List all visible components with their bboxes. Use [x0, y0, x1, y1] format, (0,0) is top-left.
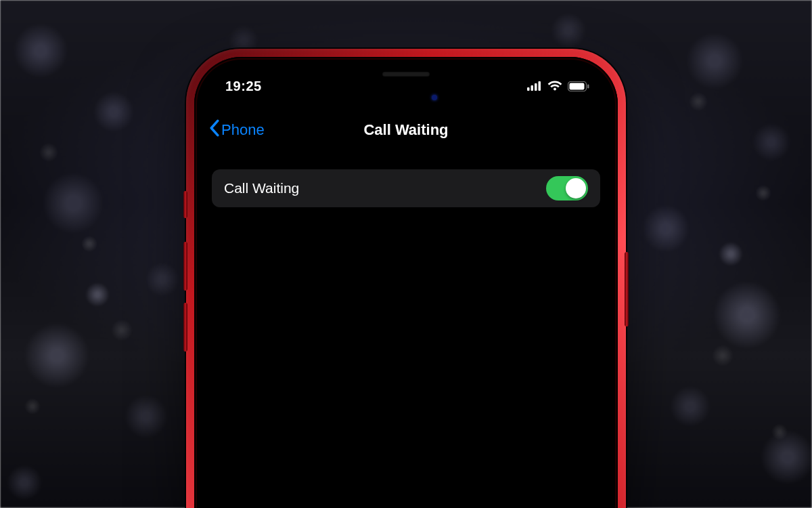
volume-down-button[interactable] [183, 303, 187, 352]
power-button[interactable] [625, 252, 629, 326]
mute-switch[interactable] [183, 191, 187, 218]
chevron-left-icon [209, 119, 220, 141]
status-time: 19:25 [225, 79, 262, 94]
back-button[interactable]: Phone [209, 114, 265, 146]
phone-frame: 19:25 Ph [186, 49, 626, 508]
status-bar: 19:25 [198, 61, 614, 99]
call-waiting-row: Call Waiting [212, 169, 600, 207]
phone-inner-ring: 19:25 Ph [194, 57, 618, 508]
battery-icon [568, 81, 589, 91]
settings-group: Call Waiting [212, 169, 600, 207]
status-right-cluster [527, 81, 589, 91]
svg-rect-0 [527, 87, 530, 91]
toggle-knob [566, 178, 586, 198]
svg-rect-2 [535, 83, 537, 91]
phone-screen: 19:25 Ph [198, 61, 614, 508]
svg-rect-6 [587, 84, 589, 88]
call-waiting-toggle[interactable] [546, 176, 588, 200]
cellular-signal-icon [527, 81, 542, 91]
nav-header: Phone Call Waiting [198, 114, 614, 146]
svg-rect-5 [570, 83, 585, 89]
wifi-icon [547, 81, 562, 91]
page-title: Call Waiting [363, 121, 448, 139]
svg-rect-3 [539, 81, 541, 91]
svg-rect-1 [531, 85, 534, 91]
volume-up-button[interactable] [183, 242, 187, 291]
call-waiting-label: Call Waiting [224, 180, 299, 196]
back-label: Phone [221, 121, 265, 139]
